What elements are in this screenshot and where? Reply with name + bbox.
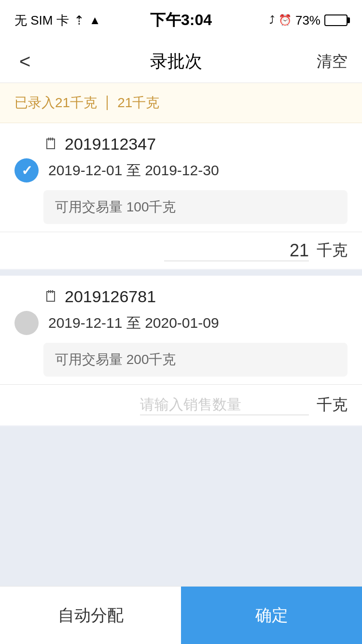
status-bar-time: 下午3:04 — [150, 11, 212, 28]
batch1-input-underline: 21 — [164, 240, 309, 261]
separator-1 — [0, 270, 362, 276]
bottom-bar: 自动分配 确定 — [0, 586, 362, 644]
page-title: 录批次 — [150, 50, 202, 73]
status-bar-left: 无 SIM 卡 ⇡ ▲ — [14, 12, 100, 29]
batch2-input-underline[interactable]: 请输入销售数量 — [140, 395, 309, 415]
location-icon: ⤴ — [269, 14, 275, 27]
clear-button[interactable]: 清空 — [317, 51, 348, 72]
batch1-unit: 千克 — [317, 240, 348, 261]
status-bar: 无 SIM 卡 ⇡ ▲ 下午3:04 ⤴ ⏰ 73% — [0, 0, 362, 41]
batch2-input-row[interactable]: 请输入销售数量 千克 — [0, 384, 362, 425]
carrier-text: 无 SIM 卡 — [14, 12, 69, 29]
batch2-available: 可用交易量 200千克 — [43, 343, 348, 377]
wifi-icon: ⇡ — [74, 13, 84, 28]
batch1-input-row: 21 千克 — [0, 232, 362, 269]
alarm-icon: ⏰ — [278, 14, 292, 27]
confirm-button[interactable]: 确定 — [181, 587, 362, 644]
summary-divider — [107, 96, 108, 110]
batch2-number: 2019126781 — [65, 287, 156, 306]
batch2-placeholder: 请输入销售数量 — [140, 396, 241, 412]
batch2-unit: 千克 — [317, 394, 348, 416]
nav-bar: < 录批次 清空 — [0, 41, 362, 83]
batch1-number: 2019112347 — [65, 135, 156, 154]
batch1-date-row[interactable]: ✓ 2019-12-01 至 2019-12-30 — [14, 158, 348, 182]
status-bar-right: ⤴ ⏰ 73% — [269, 13, 348, 28]
separator-2 — [0, 426, 362, 432]
batch2-date-row[interactable]: 2019-12-11 至 2020-01-09 — [14, 311, 348, 335]
batch-item-2: 🗒 2019126781 2019-12-11 至 2020-01-09 可用交… — [0, 276, 362, 425]
batch2-doc-icon: 🗒 — [43, 288, 59, 306]
batch1-date: 2019-12-01 至 2019-12-30 — [48, 161, 219, 181]
signal-wifi: ▲ — [89, 14, 101, 27]
battery-icon — [324, 14, 348, 26]
batch1-quantity[interactable]: 21 — [270, 240, 309, 261]
batch1-available: 可用交易量 100千克 — [43, 190, 348, 224]
battery-percent: 73% — [295, 13, 320, 28]
batch1-checkbox[interactable]: ✓ — [14, 158, 39, 182]
batch-item-1: 🗒 2019112347 ✓ 2019-12-01 至 2019-12-30 可… — [0, 123, 362, 269]
summary-banner: 已录入21千克 21千克 — [0, 83, 362, 123]
batch1-number-row: 🗒 2019112347 — [14, 135, 348, 154]
summary-label: 已录入21千克 — [14, 94, 97, 112]
batch2-checkbox[interactable] — [14, 311, 39, 335]
batch2-date: 2019-12-11 至 2020-01-09 — [48, 313, 219, 333]
auto-distribute-button[interactable]: 自动分配 — [0, 587, 181, 644]
checkmark-icon: ✓ — [21, 163, 32, 179]
summary-value: 21千克 — [117, 94, 159, 112]
batch2-number-row: 🗒 2019126781 — [14, 287, 348, 306]
batch1-doc-icon: 🗒 — [43, 135, 59, 153]
back-button[interactable]: < — [14, 46, 35, 77]
